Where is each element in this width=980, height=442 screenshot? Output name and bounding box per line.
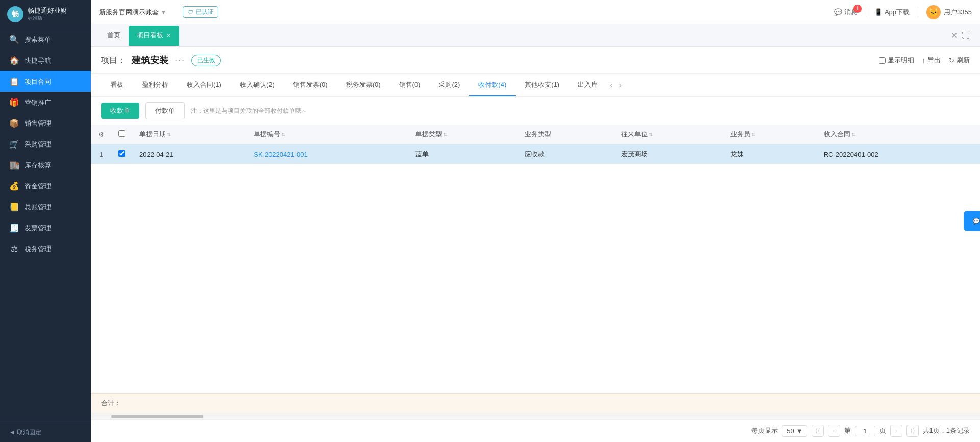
export-button[interactable]: ↑ 导出 <box>922 56 941 65</box>
sub-tab-4[interactable]: 销售发票(0) <box>284 74 337 96</box>
per-page-value: 50 <box>787 427 794 435</box>
main-area: 新服务官网演示账套 ▼ 🛡 已认证 💬 消息 1 📱 App下载 🐱 <box>91 0 980 442</box>
project-more-button[interactable]: ··· <box>175 55 185 66</box>
refresh-icon: ↻ <box>949 57 954 64</box>
sidebar-item-7[interactable]: 💰 资金管理 <box>0 176 91 197</box>
sub-tab-6[interactable]: 销售(0) <box>390 74 430 96</box>
sidebar-icon-6: 🏬 <box>9 160 19 170</box>
col-settings[interactable]: ⚙ <box>91 125 111 144</box>
messages-button[interactable]: 💬 消息 1 <box>834 8 857 17</box>
feedback-icon: 💬 <box>973 217 980 225</box>
sub-tabs-next-arrow[interactable]: › <box>616 81 624 90</box>
sidebar-item-8[interactable]: 📒 总账管理 <box>0 197 91 217</box>
tab-close-icon[interactable]: ✕ <box>166 32 171 39</box>
records-table: ⚙ 单据日期⇅ 单据编号⇅ 单据类型⇅ 业务类型 <box>91 125 980 164</box>
page-number-input[interactable] <box>855 426 875 436</box>
sidebar-label-6: 库存核算 <box>24 161 51 170</box>
filter-note: 注：这里是与项目关联的全部收付款单哦～ <box>191 107 307 115</box>
row-checkbox-cell <box>111 144 132 164</box>
sidebar-icon-7: 💰 <box>9 181 19 191</box>
row-salesman: 龙妹 <box>723 144 817 164</box>
tab-project-board[interactable]: 项目看板 ✕ <box>129 26 179 46</box>
tabbar: 首页 项目看板 ✕ ✕ ⛶ <box>91 24 980 47</box>
row-number-link[interactable]: SK-20220421-001 <box>254 151 308 158</box>
demo-account-selector[interactable]: 新服务官网演示账套 ▼ <box>99 8 166 17</box>
refresh-button[interactable]: ↻ 刷新 <box>949 56 970 65</box>
sidebar-label-7: 资金管理 <box>24 182 51 191</box>
row-index: 1 <box>91 144 111 164</box>
sort-unit-icon: ⇅ <box>649 132 653 137</box>
show-detail-input[interactable] <box>879 57 886 64</box>
sub-tab-10[interactable]: 出入库 <box>569 74 607 96</box>
sub-tab-1[interactable]: 盈利分析 <box>133 74 178 96</box>
col-date[interactable]: 单据日期⇅ <box>132 125 247 144</box>
sub-tab-0[interactable]: 看板 <box>101 74 133 96</box>
col-salesman[interactable]: 业务员⇅ <box>723 125 817 144</box>
col-unit[interactable]: 往来单位⇅ <box>614 125 723 144</box>
sub-tabs-prev-arrow[interactable]: ‹ <box>607 81 616 90</box>
table-body: 1 2022-04-21 SK-20220421-001 蓝单 应收款 宏茂商场… <box>91 144 980 164</box>
user-menu-button[interactable]: 🐱 用户3355 <box>926 5 972 19</box>
tab-home[interactable]: 首页 <box>99 26 129 46</box>
sub-tabs: 看板盈利分析收入合同(1)收入确认(2)销售发票(0)税务发票(0)销售(0)采… <box>91 74 980 97</box>
prev-page-button[interactable]: ‹ <box>828 425 840 437</box>
col-contract[interactable]: 收入合同⇅ <box>817 125 980 144</box>
shoukuan-button[interactable]: 收款单 <box>101 103 139 119</box>
sidebar-item-1[interactable]: 🏠 快捷导航 <box>0 50 91 71</box>
maximize-window-button[interactable]: ⛶ <box>960 29 972 42</box>
select-all-checkbox[interactable] <box>118 130 125 137</box>
sort-contract-icon: ⇅ <box>851 132 855 137</box>
project-title: 建筑安装 <box>132 54 168 66</box>
unpin-button[interactable]: ◄ 取消固定 <box>0 423 91 442</box>
sidebar-label-9: 发票管理 <box>24 224 51 233</box>
content-area: 项目： 建筑安装 ··· 已生效 显示明细 ↑ 导出 ↻ 刷新 <box>91 47 980 442</box>
project-actions: 显示明细 ↑ 导出 ↻ 刷新 <box>879 56 970 65</box>
fukuan-button[interactable]: 付款单 <box>145 102 185 119</box>
row-contract: RC-20220401-002 <box>817 144 980 164</box>
user-name: 用户3355 <box>944 8 972 17</box>
row-biz-type: 应收款 <box>518 144 615 164</box>
col-checkbox <box>111 125 132 144</box>
col-biz-type: 业务类型 <box>518 125 615 144</box>
sidebar: 畅 畅捷通好业财 标准版 🔍 搜索菜单🏠 快捷导航📋 项目合同🎁 营销推广📦 销… <box>0 0 91 442</box>
sidebar-icon-10: ⚖ <box>9 244 19 254</box>
per-page-select[interactable]: 50 ▼ <box>782 425 807 437</box>
per-page-chevron-icon: ▼ <box>796 427 803 435</box>
sidebar-item-10[interactable]: ⚖ 税务管理 <box>0 238 91 259</box>
sub-tab-5[interactable]: 税务发票(0) <box>337 74 390 96</box>
scrollbar-thumb[interactable] <box>111 415 203 418</box>
filter-row: 收款单 付款单 注：这里是与项目关联的全部收付款单哦～ <box>91 97 980 125</box>
sidebar-icon-3: 🎁 <box>9 97 19 107</box>
col-number[interactable]: 单据编号⇅ <box>247 125 408 144</box>
feedback-button[interactable]: 💬 <box>964 211 980 231</box>
user-avatar: 🐱 <box>926 5 941 19</box>
sidebar-scroll: 🔍 搜索菜单🏠 快捷导航📋 项目合同🎁 营销推广📦 销售管理🛒 采购管理🏬 库存… <box>0 29 91 423</box>
sidebar-item-4[interactable]: 📦 销售管理 <box>0 113 91 134</box>
sub-tab-2[interactable]: 收入合同(1) <box>178 74 231 96</box>
table-row[interactable]: 1 2022-04-21 SK-20220421-001 蓝单 应收款 宏茂商场… <box>91 144 980 164</box>
sub-tab-3[interactable]: 收入确认(2) <box>231 74 284 96</box>
sidebar-item-6[interactable]: 🏬 库存核算 <box>0 155 91 176</box>
horizontal-scrollbar[interactable] <box>91 413 980 419</box>
col-type[interactable]: 单据类型⇅ <box>408 125 518 144</box>
sub-tab-8[interactable]: 收付款(4) <box>469 74 516 96</box>
sidebar-item-0[interactable]: 🔍 搜索菜单 <box>0 29 91 50</box>
page-summary: 共1页，1条记录 <box>923 426 970 435</box>
show-detail-checkbox[interactable]: 显示明细 <box>879 56 914 65</box>
sidebar-item-9[interactable]: 🧾 发票管理 <box>0 217 91 238</box>
sub-tab-7[interactable]: 采购(2) <box>429 74 469 96</box>
last-page-button[interactable]: ⟩⟩ <box>906 425 919 437</box>
sidebar-item-2[interactable]: 📋 项目合同 <box>0 71 91 92</box>
topbar-divider <box>866 7 866 17</box>
topbar-left: 新服务官网演示账套 ▼ 🛡 已认证 <box>99 6 828 18</box>
close-window-button[interactable]: ✕ <box>949 29 960 42</box>
first-page-button[interactable]: ⟨⟨ <box>812 425 824 437</box>
sidebar-label-2: 项目合同 <box>24 77 51 86</box>
app-download-button[interactable]: 📱 App下载 <box>874 8 910 17</box>
sub-tab-9[interactable]: 其他收支(1) <box>516 74 569 96</box>
sidebar-item-3[interactable]: 🎁 营销推广 <box>0 92 91 113</box>
sidebar-item-5[interactable]: 🛒 采购管理 <box>0 134 91 155</box>
row-checkbox-0[interactable] <box>118 150 125 157</box>
sidebar-logo: 畅 畅捷通好业财 标准版 <box>0 0 91 29</box>
next-page-button[interactable]: › <box>890 425 902 437</box>
